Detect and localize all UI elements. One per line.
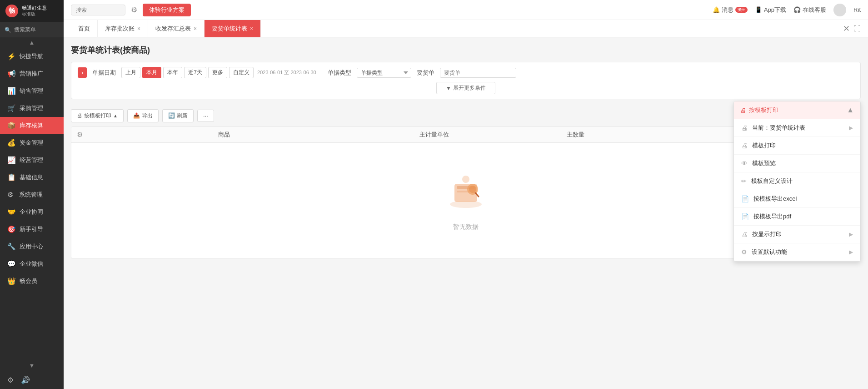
dropdown-item-template-excel[interactable]: 📄 按模板导出excel (734, 190, 860, 208)
avatar[interactable] (833, 4, 846, 16)
headset-icon: 🎧 (793, 6, 801, 13)
tab-receipt-summary[interactable]: 收发存汇总表 × (148, 20, 205, 37)
print-template-button[interactable]: 🖨 按模板打印 ▲ (71, 109, 124, 122)
page-content: 要货单统计表(按商品) › 单据日期 上月 本月 本年 近7天 更多 自定义 2… (64, 37, 868, 389)
sound-footer-icon[interactable]: 🔊 (21, 376, 30, 384)
sidebar-item-marketing[interactable]: 📢 营销推广 (0, 65, 64, 82)
sidebar-item-label: 营销推广 (20, 70, 43, 78)
filter-expand-toggle[interactable]: › (78, 67, 87, 78)
sidebar-item-quick-nav[interactable]: ⚡ 快捷导航 (0, 48, 64, 65)
sidebar-item-collab[interactable]: 🤝 企业协同 (0, 203, 64, 221)
more-button[interactable]: ··· (197, 110, 214, 122)
export-button[interactable]: 📤 导出 (127, 109, 159, 122)
tab-receipt-summary-close[interactable]: × (194, 25, 197, 32)
apps-icon: 🔧 (7, 242, 16, 251)
logo-icon: 畅 (5, 5, 18, 17)
sidebar-item-guide[interactable]: 🎯 新手引导 (0, 221, 64, 238)
dropdown-item-template-print[interactable]: 🖨 模板打印 (734, 137, 860, 155)
tab-inventory-batch[interactable]: 库存批次账 × (98, 20, 148, 37)
print-dropdown-arrow[interactable]: ▲ (113, 113, 118, 118)
sidebar-item-apps[interactable]: 🔧 应用中心 (0, 238, 64, 255)
date-btn-custom[interactable]: 自定义 (229, 67, 254, 78)
current-template-icon: 🖨 (741, 124, 748, 131)
quick-nav-icon: ⚡ (7, 52, 16, 61)
refresh-button[interactable]: 🔄 刷新 (162, 109, 194, 122)
system-icon: ⚙ (7, 191, 15, 199)
sidebar-item-inventory[interactable]: 📦 库存核算 (0, 117, 64, 134)
scroll-up-arrow[interactable]: ▲ (0, 37, 64, 48)
col-header-qty: 主数量 (507, 131, 644, 139)
tab-home-label: 首页 (78, 25, 90, 33)
dropdown-item-template-pdf[interactable]: 📄 按模板导出pdf (734, 208, 860, 226)
topbar: ⚙ 体验行业方案 🔔 消息 99+ 📱 App下载 🎧 在线客服 Rit (64, 0, 868, 20)
search-label: 搜索菜单 (14, 26, 36, 34)
sidebar-item-finance[interactable]: 💰 资金管理 (0, 134, 64, 152)
sidebar-item-label: 经营管理 (20, 156, 43, 164)
svg-point-7 (462, 176, 469, 183)
scroll-down-arrow[interactable]: ▼ (0, 360, 64, 371)
date-btn-this-year[interactable]: 本年 (163, 67, 182, 78)
table-settings-icon[interactable]: ⚙ (77, 131, 83, 139)
app-download-button[interactable]: 📱 App下载 (755, 6, 786, 14)
sidebar-item-system[interactable]: ⚙ 系统管理 (0, 186, 64, 203)
settings-footer-icon[interactable]: ⚙ (7, 376, 14, 384)
sidebar-item-operation[interactable]: 📈 经营管理 (0, 152, 64, 169)
user-name[interactable]: Rit (853, 6, 861, 13)
sidebar-item-label: 系统管理 (19, 191, 43, 199)
template-print-icon: 🖨 (741, 142, 748, 149)
order-type-select[interactable]: 单据类型 要货单 (357, 68, 411, 78)
tab-inventory-batch-close[interactable]: × (137, 25, 140, 32)
inventory-icon: 📦 (7, 121, 16, 130)
tabbar-expand-button[interactable]: ⛶ (853, 25, 861, 33)
tabbar: 首页 库存批次账 × 收发存汇总表 × 要货单统计表 × ✕ ⛶ (64, 20, 868, 37)
tab-order-stats[interactable]: 要货单统计表 × (205, 20, 261, 37)
dropdown-item-template-custom[interactable]: ✏ 模板自定义设计 (734, 172, 860, 190)
purchase-icon: 🛒 (7, 104, 16, 112)
current-template-label: 当前：要货单统计表 (752, 124, 805, 132)
sidebar-item-member[interactable]: 👑 畅会员 (0, 273, 64, 290)
date-btn-more[interactable]: 更多 (208, 67, 227, 78)
tabbar-close-button[interactable]: ✕ (843, 24, 850, 34)
sidebar-item-sales[interactable]: 📊 销售管理 (0, 82, 64, 100)
main-content: ⚙ 体验行业方案 🔔 消息 99+ 📱 App下载 🎧 在线客服 Rit 首页 (64, 0, 868, 389)
customer-service-button[interactable]: 🎧 在线客服 (793, 6, 826, 14)
guide-icon: 🎯 (7, 225, 16, 233)
date-btn-this-month[interactable]: 本月 (142, 67, 161, 78)
notifications-button[interactable]: 🔔 消息 99+ (713, 6, 748, 14)
sidebar-item-label: 快捷导航 (20, 52, 43, 61)
sales-icon: 📊 (7, 87, 16, 95)
sidebar-item-wechat[interactable]: 💬 企业微信 (0, 255, 64, 273)
print-dropdown-menu: 🖨 按模板打印 ▲ 🖨 当前：要货单统计表 ▶ 🖨 模板打印 👁 模板预览 (733, 101, 861, 262)
dropdown-current-template[interactable]: 🖨 当前：要货单统计表 ▶ (734, 119, 860, 137)
yaohuo-input[interactable] (440, 68, 516, 78)
tab-order-stats-label: 要货单统计表 (212, 25, 247, 33)
refresh-btn-label: 刷新 (177, 112, 188, 120)
settings-icon[interactable]: ⚙ (131, 5, 137, 14)
date-btn-7days[interactable]: 近7天 (184, 67, 206, 78)
print-icon: 🖨 (77, 112, 82, 119)
finance-icon: 💰 (7, 139, 16, 147)
trial-button[interactable]: 体验行业方案 (143, 4, 191, 16)
sidebar-item-purchase[interactable]: 🛒 采购管理 (0, 100, 64, 117)
collab-icon: 🤝 (7, 208, 16, 216)
expand-btn[interactable]: ▼ 展开更多条件 (436, 82, 495, 94)
phone-icon: 📱 (755, 6, 762, 13)
tab-order-stats-close[interactable]: × (250, 25, 253, 32)
sidebar-item-base[interactable]: 📋 基础信息 (0, 169, 64, 186)
page-title: 要货单统计表(按商品) (71, 45, 861, 56)
dropdown-item-template-preview[interactable]: 👁 模板预览 (734, 155, 860, 172)
template-preview-icon: 👁 (741, 160, 748, 167)
dropdown-item-display-print[interactable]: 🖨 按显示打印 ▶ (734, 226, 860, 243)
bell-icon: 🔔 (713, 6, 720, 13)
sidebar-search[interactable]: 🔍 搜索菜单 (0, 22, 64, 37)
export-icon: 📤 (133, 112, 140, 119)
dropdown-close-button[interactable]: ▲ (847, 106, 854, 114)
tab-home[interactable]: 首页 (71, 20, 98, 37)
date-btn-last-month[interactable]: 上月 (121, 67, 140, 78)
date-buttons: 上月 本月 本年 近7天 更多 自定义 2023-06-01 至 2023-06… (121, 67, 316, 78)
yaohuo-label: 要货单 (417, 69, 434, 77)
set-default-left: ⚙ 设置默认功能 (741, 248, 787, 256)
dropdown-item-set-default[interactable]: ⚙ 设置默认功能 ▶ (734, 243, 860, 261)
expand-down-icon: ▼ (446, 85, 451, 91)
topbar-search-input[interactable] (71, 5, 125, 15)
